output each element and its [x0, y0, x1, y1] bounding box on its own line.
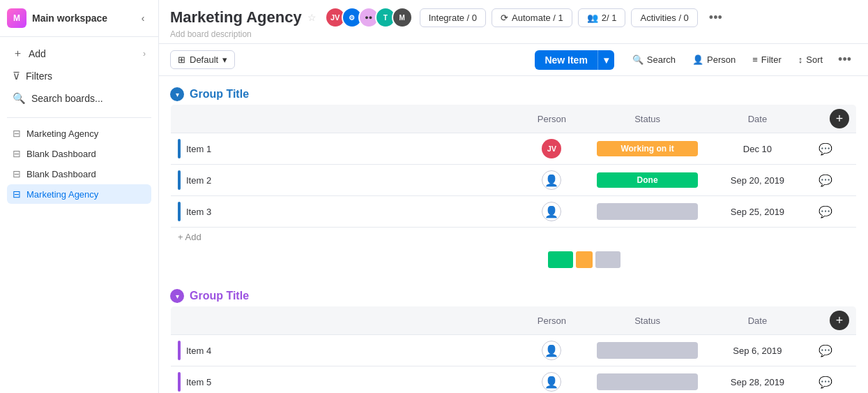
table-row: Item 4 👤 Sep 6, 2019 � [171, 335, 857, 366]
topbar-actions: Integrate / 0 ⟳ Automate / 1 👥 2/ 1 Acti… [420, 8, 728, 28]
item-name-text: Item 5 [186, 377, 211, 387]
sort-icon: ↕ [798, 54, 803, 65]
avatar-group: JV ⚙ ●● T M [325, 7, 409, 28]
date-cell[interactable]: Sep 20, 2019 [705, 165, 810, 196]
board-icon: ⊟ [13, 128, 21, 139]
summary-working [576, 251, 593, 268]
group-1-table: Person Status Date + Ite [170, 104, 857, 247]
search-boards-button[interactable]: 🔍 Search boards... [7, 88, 151, 109]
search-button[interactable]: 🔍 Search [625, 51, 683, 68]
toolbar-more-button[interactable]: ••• [832, 50, 857, 70]
chevron-right-icon: › [143, 49, 146, 59]
board-icon: ⊟ [13, 188, 21, 200]
group-1-summary [548, 247, 857, 272]
row-action-cell: 💬 [810, 366, 857, 394]
add-item-row: + Add [171, 228, 857, 247]
date-text: Sep 25, 2019 [731, 207, 784, 217]
status-cell[interactable] [590, 196, 705, 228]
filter-button[interactable]: ≡ Filter [745, 51, 788, 68]
activities-button[interactable]: Activities / 0 [631, 8, 697, 27]
status-cell[interactable] [590, 366, 705, 394]
col-name-header [171, 306, 514, 335]
sidebar-item-blank-dashboard-1[interactable]: ⊟ Blank Dashboard [7, 144, 151, 163]
item-name-text: Item 3 [186, 207, 211, 217]
automate-button[interactable]: ⟳ Automate / 1 [492, 8, 572, 27]
date-text: Sep 6, 2019 [733, 346, 782, 356]
avatar-empty: 👤 [542, 372, 561, 392]
sidebar-item-blank-dashboard-2[interactable]: ⊟ Blank Dashboard [7, 164, 151, 184]
chat-icon[interactable]: 💬 [817, 373, 834, 390]
star-icon[interactable]: ☆ [307, 12, 317, 23]
plus-icon: ＋ [13, 47, 23, 60]
status-badge: Working on it [597, 141, 698, 156]
summary-done [548, 251, 573, 268]
sidebar-divider [7, 117, 151, 118]
date-cell[interactable]: Sep 6, 2019 [705, 335, 810, 366]
integrate-button[interactable]: Integrate / 0 [420, 8, 486, 27]
board-header-top: Marketing Agency ☆ JV ⚙ ●● T M Integrate… [170, 7, 857, 28]
date-cell[interactable]: Sep 25, 2019 [705, 196, 810, 228]
chat-icon[interactable]: 💬 [817, 342, 834, 359]
chat-icon[interactable]: 💬 [817, 140, 834, 157]
sort-button[interactable]: ↕ Sort [791, 51, 830, 68]
main-content: Marketing Agency ☆ JV ⚙ ●● T M Integrate… [159, 0, 868, 393]
person-cell[interactable]: 👤 [514, 335, 591, 366]
status-cell[interactable]: Done [590, 165, 705, 196]
sidebar-nav: ⊟ Marketing Agency ⊟ Blank Dashboard ⊟ B… [0, 121, 158, 207]
nav-item-label: Marketing Agency [26, 189, 98, 200]
members-label: 2/ 1 [602, 13, 617, 23]
group-2: ▾ Group Title Person Status Date + [170, 289, 857, 393]
board-icon: ⊟ [13, 148, 21, 159]
add-column-button-2[interactable]: + [830, 311, 849, 330]
integrate-label: Integrate / 0 [429, 13, 477, 23]
date-cell[interactable]: Sep 28, 2019 [705, 366, 810, 394]
person-cell[interactable]: JV [514, 133, 591, 165]
date-text: Dec 10 [743, 144, 772, 154]
filter-label: Filter [761, 54, 782, 65]
more-options-button[interactable]: ••• [703, 8, 728, 28]
board-content: ▾ Group Title Person Status Date + [159, 76, 868, 393]
new-item-button[interactable]: New Item ▾ [535, 50, 614, 70]
group-2-toggle[interactable]: ▾ [170, 289, 184, 303]
chat-icon[interactable]: 💬 [817, 172, 834, 188]
search-placeholder: Search boards... [31, 93, 103, 104]
status-badge [597, 203, 698, 220]
status-cell[interactable] [590, 335, 705, 366]
filters-button[interactable]: ⊽ Filters [7, 66, 151, 87]
row-indicator [178, 139, 181, 158]
add-button[interactable]: ＋ Add › [7, 43, 151, 64]
item-name-cell: Item 4 [171, 335, 514, 366]
status-badge [597, 373, 698, 390]
board-description[interactable]: Add board description [170, 29, 857, 43]
new-item-caret[interactable]: ▾ [597, 50, 614, 70]
sidebar-item-marketing-agency-1[interactable]: ⊟ Marketing Agency [7, 124, 151, 143]
person-cell[interactable]: 👤 [514, 196, 591, 228]
add-column-button[interactable]: + [830, 109, 849, 128]
group-1-toggle[interactable]: ▾ [170, 87, 184, 101]
row-action-cell: 💬 [810, 133, 857, 165]
table-row: Item 3 👤 Sep 25, 2019 [171, 196, 857, 228]
group-1-title: Group Title [190, 88, 249, 101]
group-2-table: Person Status Date + Ite [170, 306, 857, 393]
nav-item-label: Blank Dashboard [26, 149, 96, 159]
date-cell[interactable]: Dec 10 [705, 133, 810, 165]
col-name-header [171, 105, 514, 133]
status-cell[interactable]: Working on it [590, 133, 705, 165]
avatar-empty: 👤 [542, 170, 561, 190]
view-selector[interactable]: ⊞ Default ▾ [170, 50, 235, 69]
person-icon: 👤 [692, 54, 703, 65]
col-status-header: Status [590, 306, 705, 335]
sidebar: M Main workspace ‹ ＋ Add › ⊽ Filters 🔍 S… [0, 0, 159, 393]
person-cell[interactable]: 👤 [514, 366, 591, 394]
table-row: Item 2 👤 Done Sep 20, 2019 [171, 165, 857, 196]
add-item-cell[interactable]: + Add [171, 228, 857, 247]
members-icon: 👥 [587, 13, 598, 23]
chevron-down-icon: ▾ [222, 54, 227, 65]
person-cell[interactable]: 👤 [514, 165, 591, 196]
members-button[interactable]: 👥 2/ 1 [578, 8, 626, 27]
sidebar-item-marketing-agency-2[interactable]: ⊟ Marketing Agency [7, 184, 151, 204]
chat-icon[interactable]: 💬 [817, 203, 834, 220]
status-badge [597, 342, 698, 359]
collapse-sidebar-button[interactable]: ‹ [135, 10, 151, 27]
person-filter-button[interactable]: 👤 Person [685, 51, 743, 68]
